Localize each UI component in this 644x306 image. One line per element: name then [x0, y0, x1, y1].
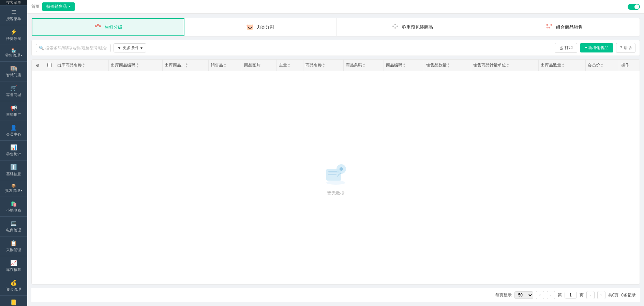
page-number-input[interactable]	[565, 292, 577, 299]
sidebar: 搜客菜单 ☰ 搜客菜单 ⚡ 快捷导航 🏪 零售管理 ▾ 🏬 智慧门店 🛒 零售商…	[0, 0, 27, 306]
close-tab-icon[interactable]: ×	[69, 5, 71, 9]
first-page-button[interactable]: «	[536, 291, 544, 299]
data-table: ⚙ 出库商品名称 ▲▼ 出库	[32, 60, 640, 71]
retail-mgmt-icon: 🏪	[11, 48, 16, 53]
sort-icon: ▲▼	[185, 63, 188, 68]
th-warehouse-code[interactable]: 出库商品编码 ▲▼	[109, 60, 163, 71]
filter-button[interactable]: ▼ 更多条件 ▾	[114, 43, 146, 52]
sidebar-item-label: 智慧门店	[6, 73, 21, 78]
sort-icon: ▲▼	[136, 63, 139, 68]
sidebar-item-retail-mall[interactable]: 🛒 零售商城	[0, 81, 27, 101]
tab-combo[interactable]: 组合商品销售	[488, 18, 640, 36]
svg-point-1	[97, 24, 99, 26]
basic-info-icon: ℹ️	[10, 164, 17, 170]
search-box[interactable]: 🔍	[36, 44, 111, 52]
main-content: 首页 特殊销售品 × 生鲜分级 🐷	[27, 0, 644, 306]
sidebar-item-inventory[interactable]: 📈 库存核算	[0, 256, 27, 276]
th-warehouse-name[interactable]: 出库商品名称 ▲▼	[55, 60, 109, 71]
next-page-button[interactable]: ›	[586, 291, 595, 299]
sidebar-item-general-ledger[interactable]: 📒 总账管理	[0, 296, 27, 306]
add-button[interactable]: + 新增销售品	[580, 43, 613, 52]
sidebar-item-label: 批发管理	[5, 188, 20, 193]
tab-fresh-grade[interactable]: 生鲜分级	[32, 18, 184, 36]
sort-icon: ▲▼	[83, 63, 85, 68]
topbar-right	[628, 4, 640, 10]
sidebar-item-label: 基础信息	[6, 171, 21, 177]
total-pages: 共0页	[608, 292, 619, 298]
per-page-select[interactable]: 50 10 20 100	[514, 291, 533, 299]
chevron-down-icon: ▾	[21, 54, 22, 57]
sidebar-item-label: 小畅电商	[6, 208, 21, 213]
sort-icon: ▲▼	[403, 63, 406, 68]
prev-page-button[interactable]: ‹	[547, 291, 555, 299]
sidebar-item-quick-nav[interactable]: ⚡ 快捷导航	[0, 25, 27, 45]
sidebar-item-search-menu[interactable]: ☰ 搜客菜单	[0, 5, 27, 25]
fresh-grade-icon	[94, 23, 102, 31]
sort-icon: ▲▼	[224, 63, 226, 68]
sidebar-item-purchase-mgmt[interactable]: 📋 采购管理	[0, 236, 27, 256]
sort-icon: ▲▼	[323, 63, 325, 68]
topbar: 首页 特殊销售品 ×	[27, 0, 644, 14]
sidebar-item-finance[interactable]: 💰 资金管理	[0, 276, 27, 296]
sidebar-item-ecommerce[interactable]: 💻 电商管理	[0, 217, 27, 236]
sidebar-item-label: 采购管理	[6, 247, 21, 253]
page-label: 页	[580, 292, 584, 298]
tab-fresh-grade-label: 生鲜分级	[105, 24, 122, 30]
th-barcode[interactable]: 商品条码 ▲▼	[343, 60, 384, 71]
content-area: 生鲜分级 🐷 肉类分割 称重预包装商品	[27, 14, 644, 306]
retail-stats-icon: 📊	[10, 144, 17, 151]
search-input[interactable]	[45, 46, 108, 50]
table-header: ⚙ 出库商品名称 ▲▼ 出库	[32, 60, 640, 71]
sidebar-item-retail-mgmt[interactable]: 🏪 零售管理 ▾	[0, 45, 27, 62]
home-link[interactable]: 首页	[31, 4, 40, 10]
weigh-pack-icon	[391, 23, 399, 31]
th-sale-item[interactable]: 销售品 ▲▼	[209, 60, 242, 71]
svg-point-9	[548, 27, 550, 29]
sidebar-logo: 搜客菜单	[0, 0, 27, 5]
ecommerce-icon: 💻	[10, 220, 17, 227]
sort-icon: ▲▼	[562, 63, 565, 68]
active-tab[interactable]: 特殊销售品 ×	[42, 2, 75, 11]
sidebar-item-small-shop[interactable]: 🛍️ 小畅电商	[0, 197, 27, 217]
print-button[interactable]: 🖨 打印	[555, 43, 577, 53]
general-ledger-icon: 📒	[10, 299, 17, 306]
sidebar-item-wholesale-mgmt[interactable]: 📦 批发管理 ▾	[0, 180, 27, 197]
sidebar-item-smart-store[interactable]: 🏬 智慧门店	[0, 62, 27, 81]
sidebar-item-member-center[interactable]: 👤 会员中心	[0, 121, 27, 141]
th-sale-unit[interactable]: 销售商品计量单位 ▲▼	[471, 60, 538, 71]
toolbar: 🔍 ▼ 更多条件 ▾ 🖨 打印 + 新增销售品 ? 帮助	[31, 40, 640, 56]
sort-icon: ▲▼	[601, 63, 603, 68]
sidebar-item-basic-info[interactable]: ℹ️ 基础信息	[0, 160, 27, 180]
sidebar-item-sales-promo[interactable]: 📢 营销推广	[0, 101, 27, 121]
sidebar-item-label: 快捷导航	[6, 36, 21, 41]
empty-state: 暂无数据	[32, 71, 640, 284]
select-all-checkbox[interactable]	[47, 63, 52, 67]
th-product-name[interactable]: 商品名称 ▲▼	[303, 60, 343, 71]
tab-meat-cut[interactable]: 🐷 肉类分割	[184, 18, 336, 36]
sidebar-item-retail-stats[interactable]: 📊 零售统计	[0, 141, 27, 160]
help-button[interactable]: ? 帮助	[616, 43, 635, 53]
sales-promo-icon: 📢	[10, 105, 17, 111]
per-page-label: 每页显示	[495, 292, 512, 298]
sort-icon: ▲▼	[507, 63, 509, 68]
tab-weigh-pack-label: 称重预包装商品	[402, 24, 433, 30]
th-warehouse-spec[interactable]: 出库商品... ▲▼	[163, 60, 209, 71]
sidebar-item-label: 零售统计	[6, 152, 21, 157]
th-weight[interactable]: 主量 ▲▼	[276, 60, 303, 71]
sort-icon: ▲▼	[447, 63, 450, 68]
svg-point-10	[546, 27, 548, 29]
th-member-price[interactable]: 会员价 ▲▼	[585, 60, 619, 71]
tab-weigh-pack[interactable]: 称重预包装商品	[336, 18, 488, 36]
th-sale-qty[interactable]: 销售品数量 ▲▼	[424, 60, 471, 71]
th-checkbox[interactable]	[44, 60, 55, 71]
th-product-code[interactable]: 商品编码 ▲▼	[384, 60, 424, 71]
sidebar-item-label: 资金管理	[6, 287, 21, 292]
finance-icon: 💰	[10, 279, 17, 286]
data-table-wrapper: ⚙ 出库商品名称 ▲▼ 出库	[31, 59, 640, 285]
empty-state-icon	[322, 159, 349, 187]
toggle-switch[interactable]	[628, 4, 640, 10]
last-page-button[interactable]: »	[597, 291, 605, 299]
svg-point-2	[99, 25, 101, 27]
th-settings[interactable]: ⚙	[32, 60, 44, 71]
th-warehouse-qty[interactable]: 出库品数量 ▲▼	[538, 60, 585, 71]
